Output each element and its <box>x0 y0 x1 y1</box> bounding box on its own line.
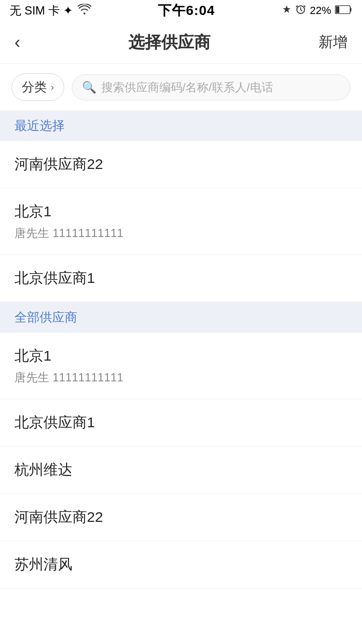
sim-label: 无 SIM 卡 ✦ <box>10 3 73 18</box>
recent-section-header: 最近选择 <box>0 111 362 141</box>
status-bar: 无 SIM 卡 ✦ 下午6:04 22% <box>0 0 362 21</box>
all-section-label: 全部供应商 <box>14 310 77 324</box>
wifi-icon <box>78 4 91 17</box>
list-item[interactable]: 苏州清风 <box>0 541 362 588</box>
list-item[interactable]: 杭州维达 <box>0 447 362 494</box>
list-item[interactable]: 北京供应商1 <box>0 255 362 302</box>
list-item[interactable]: 河南供应商22 <box>0 494 362 541</box>
category-label: 分类 <box>22 79 47 96</box>
recent-items-list: 河南供应商22北京1唐先生 11111111111北京供应商1 <box>0 141 362 302</box>
filter-bar: 分类 › 🔍 搜索供应商编码/名称/联系人/电话 <box>0 64 362 111</box>
status-time: 下午6:04 <box>158 1 215 20</box>
battery-icon <box>335 4 352 17</box>
add-button[interactable]: 新增 <box>319 32 348 52</box>
chevron-right-icon: › <box>51 82 54 93</box>
list-item[interactable]: 河南供应商22 <box>0 141 362 188</box>
item-name: 北京供应商1 <box>14 268 348 288</box>
item-name: 河南供应商22 <box>14 507 348 527</box>
item-name: 北京供应商1 <box>14 413 348 433</box>
battery-text: 22% <box>310 4 331 17</box>
recent-section-label: 最近选择 <box>14 118 65 133</box>
item-name: 北京1 <box>14 202 348 222</box>
search-box[interactable]: 🔍 搜索供应商编码/名称/联系人/电话 <box>72 74 350 100</box>
list-item[interactable]: 北京1唐先生 11111111111 <box>0 333 362 399</box>
item-name: 苏州清风 <box>14 555 348 574</box>
item-name: 北京1 <box>14 346 348 366</box>
location-icon <box>282 4 292 17</box>
search-placeholder: 搜索供应商编码/名称/联系人/电话 <box>101 80 273 95</box>
list-item[interactable]: 北京供应商1 <box>0 399 362 447</box>
nav-bar: ‹ 选择供应商 新增 <box>0 21 362 64</box>
alarm-icon <box>295 4 306 17</box>
all-section-header: 全部供应商 <box>0 302 362 333</box>
item-name: 河南供应商22 <box>14 154 348 174</box>
search-icon: 🔍 <box>82 81 97 94</box>
back-button[interactable]: ‹ <box>14 32 20 53</box>
status-right: 22% <box>282 4 352 17</box>
item-contact: 唐先生 11111111111 <box>14 370 348 385</box>
category-button[interactable]: 分类 › <box>12 73 64 101</box>
item-contact: 唐先生 11111111111 <box>14 225 348 241</box>
status-left: 无 SIM 卡 ✦ <box>10 3 91 18</box>
all-items-list: 北京1唐先生 11111111111北京供应商1杭州维达河南供应商22苏州清风 <box>0 333 362 588</box>
item-name: 杭州维达 <box>14 460 348 480</box>
svg-rect-2 <box>336 6 339 13</box>
page-title: 选择供应商 <box>128 31 210 54</box>
list-item[interactable]: 北京1唐先生 11111111111 <box>0 188 362 255</box>
